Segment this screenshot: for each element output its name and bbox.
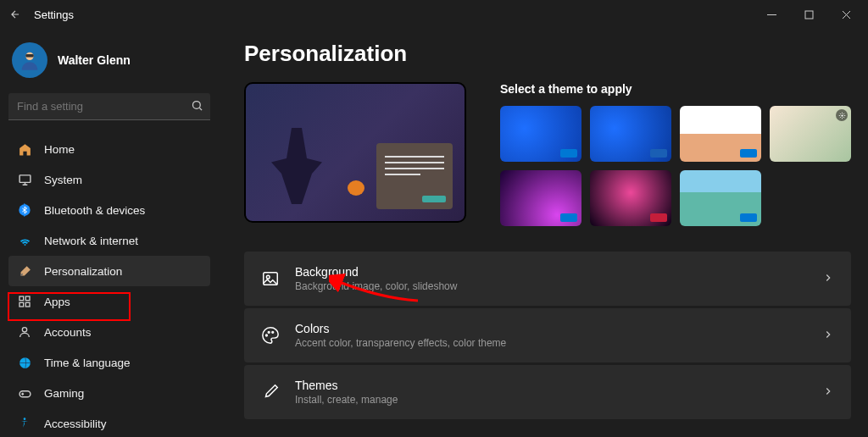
setting-colors[interactable]: Colors Accent color, transparency effect… [244, 308, 851, 362]
picture-icon [261, 269, 280, 288]
svg-point-15 [841, 114, 843, 116]
chevron-right-icon [822, 272, 834, 286]
setting-background[interactable]: Background Background image, color, slid… [244, 252, 851, 306]
theme-option[interactable] [770, 106, 851, 162]
theme-option[interactable] [500, 170, 581, 226]
sidebar-item-apps[interactable]: Apps [8, 286, 210, 317]
setting-desc: Install, create, manage [295, 394, 807, 406]
sidebar-item-network[interactable]: Network & internet [8, 225, 210, 256]
svg-rect-3 [25, 54, 33, 58]
search-icon [191, 99, 203, 114]
sidebar-item-label: Accessibility [44, 418, 107, 430]
svg-rect-5 [19, 174, 31, 182]
sidebar-item-label: System [44, 174, 82, 186]
svg-point-19 [268, 331, 270, 333]
gamepad-icon [17, 385, 32, 401]
svg-rect-13 [19, 390, 31, 396]
setting-desc: Background image, color, slideshow [295, 280, 807, 292]
bluetooth-icon [17, 202, 32, 218]
brush-icon [261, 383, 280, 401]
theme-grid [500, 106, 851, 226]
search-box[interactable] [8, 93, 210, 120]
accessibility-icon [17, 416, 32, 431]
setting-title: Colors [295, 322, 807, 335]
wifi-icon [17, 233, 32, 248]
paintbrush-icon [17, 263, 32, 279]
desktop-preview [244, 82, 466, 223]
profile[interactable]: Walter Glenn [8, 34, 210, 93]
sidebar-item-accounts[interactable]: Accounts [8, 317, 210, 347]
theme-option[interactable] [590, 106, 671, 162]
chevron-right-icon [822, 385, 834, 400]
svg-rect-10 [25, 302, 30, 307]
svg-point-17 [266, 275, 270, 279]
svg-rect-7 [19, 296, 24, 301]
sidebar-item-label: Gaming [44, 387, 84, 400]
globe-clock-icon [17, 355, 32, 370]
sidebar-item-label: Network & internet [44, 235, 138, 247]
maximize-button[interactable] [790, 1, 827, 28]
svg-point-11 [22, 328, 26, 332]
system-icon [17, 172, 32, 187]
svg-point-20 [272, 331, 274, 333]
theme-option[interactable] [680, 106, 761, 162]
svg-point-14 [24, 418, 26, 420]
user-name: Walter Glenn [58, 53, 131, 67]
setting-desc: Accent color, transparency effects, colo… [295, 337, 807, 349]
svg-point-4 [193, 102, 201, 109]
sidebar-item-label: Accounts [44, 326, 92, 339]
palette-icon [261, 326, 280, 345]
person-icon [17, 324, 32, 340]
settings-list: Background Background image, color, slid… [244, 252, 851, 419]
page-title: Personalization [244, 41, 851, 67]
svg-rect-1 [805, 11, 813, 19]
back-button[interactable] [8, 8, 22, 21]
sidebar-item-gaming[interactable]: Gaming [8, 378, 210, 408]
theme-option[interactable] [500, 106, 581, 162]
theme-option[interactable] [590, 170, 671, 226]
sidebar-item-label: Apps [44, 296, 70, 308]
window-controls [753, 1, 865, 28]
sidebar-item-label: Home [44, 143, 75, 156]
sidebar-item-bluetooth[interactable]: Bluetooth & devices [8, 195, 210, 225]
sidebar-item-personalization[interactable]: Personalization [8, 256, 210, 286]
main-content: Personalization Select a theme to apply [219, 29, 868, 437]
title-bar: Settings [0, 0, 868, 29]
sidebar: Walter Glenn Home System Bluetooth & dev… [0, 29, 219, 437]
svg-rect-0 [767, 14, 776, 15]
svg-rect-8 [25, 296, 30, 301]
home-icon [17, 141, 32, 157]
chevron-right-icon [822, 329, 834, 343]
sidebar-item-time[interactable]: Time & language [8, 347, 210, 378]
search-input[interactable] [8, 93, 210, 120]
avatar [12, 42, 47, 78]
sidebar-item-system[interactable]: System [8, 164, 210, 195]
setting-title: Background [295, 265, 807, 279]
close-button[interactable] [827, 1, 865, 28]
svg-point-18 [266, 335, 268, 336]
minimize-button[interactable] [753, 1, 790, 28]
theme-option[interactable] [680, 170, 761, 226]
setting-title: Themes [295, 379, 807, 392]
sidebar-item-home[interactable]: Home [8, 134, 210, 164]
sidebar-item-label: Time & language [44, 357, 131, 369]
sidebar-item-label: Personalization [44, 265, 122, 278]
svg-rect-9 [19, 302, 24, 307]
window-title: Settings [34, 8, 74, 21]
theme-section-label: Select a theme to apply [500, 82, 851, 96]
apps-icon [17, 294, 32, 309]
setting-themes[interactable]: Themes Install, create, manage [244, 365, 851, 419]
badge-icon [836, 109, 848, 121]
sidebar-item-accessibility[interactable]: Accessibility [8, 408, 210, 437]
sidebar-item-label: Bluetooth & devices [44, 204, 145, 217]
